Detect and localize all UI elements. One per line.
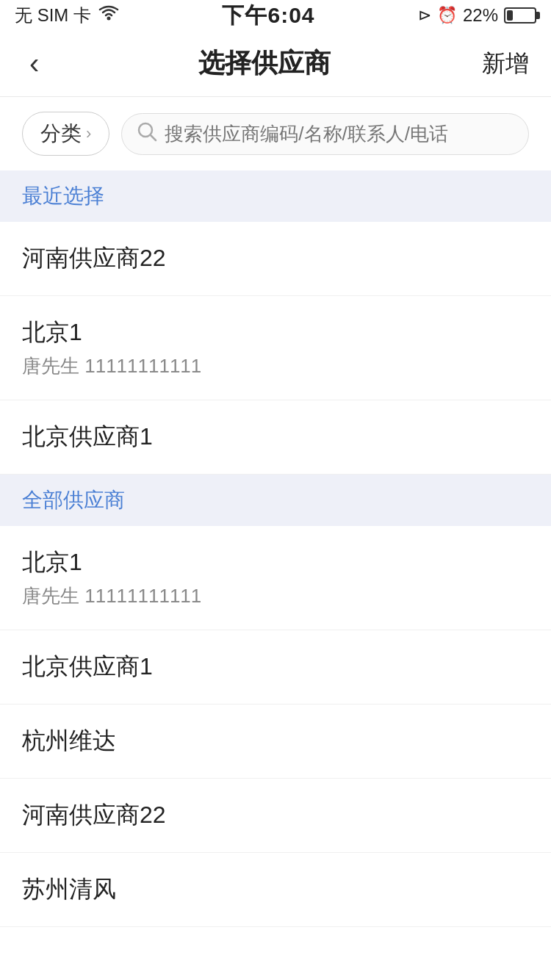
all-section-header: 全部供应商 <box>0 475 551 526</box>
supplier-name: 北京1 <box>22 317 529 349</box>
supplier-name: 杭州维达 <box>22 725 529 757</box>
list-item[interactable]: 北京供应商1 <box>0 400 551 475</box>
status-bar: 无 SIM 卡 下午6:04 ⊳ ⏰ 22% <box>0 0 551 31</box>
list-item[interactable]: 北京供应商1 <box>0 630 551 705</box>
search-input[interactable] <box>165 123 514 145</box>
status-right: ⊳ ⏰ 22% <box>418 5 536 26</box>
alarm-icon: ⏰ <box>437 6 457 25</box>
no-sim-text: 无 SIM 卡 <box>15 4 91 27</box>
status-time: 下午6:04 <box>222 1 314 31</box>
filter-bar: 分类 › <box>0 97 551 170</box>
supplier-contact: 唐先生 11111111111 <box>22 583 529 609</box>
supplier-name: 北京1 <box>22 547 529 579</box>
list-item[interactable]: 河南供应商22 <box>0 779 551 853</box>
supplier-name: 苏州清风 <box>22 873 529 906</box>
battery-percent: 22% <box>463 5 498 26</box>
wifi-icon <box>98 5 119 26</box>
list-item[interactable]: 苏州清风 <box>0 853 551 927</box>
svg-line-2 <box>151 135 156 140</box>
supplier-name: 北京供应商1 <box>22 651 529 683</box>
battery-icon <box>504 7 536 24</box>
page-title: 选择供应商 <box>198 46 331 82</box>
nav-bar: ‹ 选择供应商 新增 <box>0 31 551 97</box>
back-button[interactable]: ‹ <box>22 40 46 87</box>
search-icon <box>137 121 157 147</box>
recent-list: 河南供应商22 北京1 唐先生 11111111111北京供应商1 <box>0 222 551 475</box>
supplier-name: 河南供应商22 <box>22 242 529 275</box>
all-section-label: 全部供应商 <box>22 489 125 511</box>
search-box[interactable] <box>121 113 529 155</box>
all-list: 北京1 唐先生 11111111111北京供应商1 杭州维达 河南供应商22 苏… <box>0 526 551 927</box>
supplier-name: 北京供应商1 <box>22 421 529 453</box>
chevron-right-icon: › <box>86 124 91 143</box>
svg-point-0 <box>107 17 111 21</box>
location-icon: ⊳ <box>418 6 431 25</box>
supplier-contact: 唐先生 11111111111 <box>22 353 529 379</box>
category-label: 分类 <box>40 120 82 148</box>
list-item[interactable]: 河南供应商22 <box>0 222 551 296</box>
list-item[interactable]: 杭州维达 <box>0 705 551 779</box>
recent-section-header: 最近选择 <box>0 170 551 222</box>
list-item[interactable]: 北京1 唐先生 11111111111 <box>0 526 551 630</box>
supplier-name: 河南供应商22 <box>22 799 529 832</box>
status-left: 无 SIM 卡 <box>15 4 119 27</box>
add-button[interactable]: 新增 <box>482 48 529 80</box>
category-button[interactable]: 分类 › <box>22 112 109 156</box>
recent-section-label: 最近选择 <box>22 184 104 207</box>
list-item[interactable]: 北京1 唐先生 11111111111 <box>0 296 551 400</box>
